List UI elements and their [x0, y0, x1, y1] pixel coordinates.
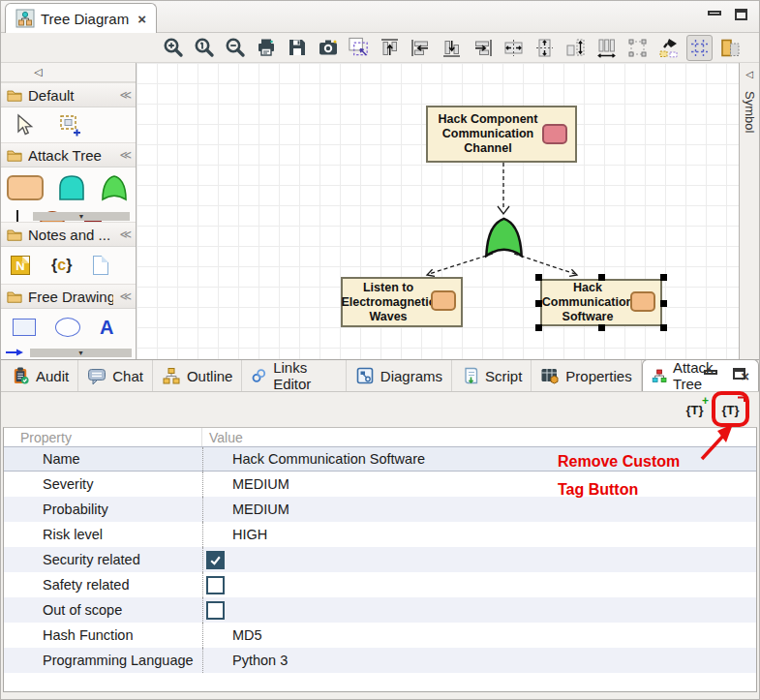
security-related-checkbox[interactable]: [206, 551, 225, 569]
remove-custom-tag-button[interactable]: {T}: [717, 398, 744, 421]
constraint-tool[interactable]: {c}: [51, 257, 72, 274]
pin-icon[interactable]: ≪: [119, 88, 130, 102]
palette-scrollbar[interactable]: ▼: [30, 349, 132, 357]
palette-section-attack-tree[interactable]: Attack Tree ≪: [1, 142, 136, 167]
event-node-tool[interactable]: [7, 175, 44, 200]
selection-handle[interactable]: [535, 274, 542, 281]
screenshot-button[interactable]: [315, 35, 341, 61]
maximize-icon[interactable]: [733, 368, 745, 380]
save-button[interactable]: [284, 35, 310, 61]
palette-collapse-button[interactable]: ◁: [1, 63, 136, 82]
property-cell: Name: [4, 451, 202, 467]
node-hack-component-communication-channel[interactable]: Hack Component Communication Channel: [426, 106, 577, 163]
and-gate-tool[interactable]: [57, 174, 86, 201]
palette-scroll-down[interactable]: ▼: [33, 212, 130, 221]
zoom-out-button[interactable]: [222, 35, 248, 61]
node-badge[interactable]: [542, 124, 567, 144]
table-row[interactable]: Risk level HIGH: [4, 522, 756, 547]
note-tool[interactable]: N: [11, 256, 30, 275]
node-badge[interactable]: [630, 291, 655, 312]
edit-symbol-button[interactable]: [717, 35, 744, 61]
pin-icon[interactable]: ≪: [119, 148, 130, 162]
table-row[interactable]: Safety related: [4, 572, 756, 597]
selection-handle[interactable]: [660, 274, 667, 281]
tab-script[interactable]: Script: [452, 360, 532, 391]
mirror-vertical-button[interactable]: [532, 35, 558, 61]
align-bottom-button[interactable]: [439, 35, 465, 61]
document-tool[interactable]: [93, 256, 108, 275]
out-of-scope-checkbox[interactable]: [206, 601, 225, 620]
zoom-original-button[interactable]: [191, 35, 217, 61]
maximize-icon[interactable]: [735, 9, 747, 20]
resize-area-button[interactable]: [624, 35, 651, 61]
tab-diagrams[interactable]: Diagrams: [347, 360, 452, 391]
tab-links-editor[interactable]: Links Editor: [242, 360, 346, 391]
tab-properties[interactable]: Properties: [532, 360, 641, 391]
selection-handle[interactable]: [598, 324, 605, 331]
value-cell: [202, 597, 756, 623]
select-tool[interactable]: [13, 113, 34, 137]
selection-handle[interactable]: [660, 300, 667, 307]
links-icon: [251, 366, 267, 385]
tree-diagram-icon: [15, 9, 35, 28]
close-icon[interactable]: ×: [137, 11, 146, 27]
palette-section-default[interactable]: Default ≪: [1, 82, 136, 107]
rectangle-tool[interactable]: [13, 319, 36, 336]
safety-related-checkbox[interactable]: [206, 576, 225, 594]
column-header-value[interactable]: Value: [202, 430, 243, 445]
align-left-button[interactable]: [408, 35, 434, 61]
symbol-panel-strip[interactable]: ◁ Symbol: [739, 63, 759, 359]
selection-handle[interactable]: [535, 324, 542, 331]
column-header-property[interactable]: Property: [4, 428, 202, 446]
property-cell: Probability: [4, 502, 202, 517]
connector-tool[interactable]: [16, 210, 18, 222]
add-custom-tag-button[interactable]: {T} +: [682, 398, 708, 421]
minimize-icon[interactable]: [704, 370, 717, 375]
panel-controls: [704, 368, 745, 380]
format-painter-button[interactable]: [655, 35, 682, 61]
marquee-tool[interactable]: [57, 112, 82, 137]
tab-tree-diagram[interactable]: Tree Diagram ×: [5, 3, 157, 33]
properties-icon: [540, 366, 560, 385]
selection-handle[interactable]: [535, 300, 542, 307]
align-top-button[interactable]: [377, 35, 403, 61]
pin-icon[interactable]: ≪: [119, 228, 130, 241]
table-row[interactable]: Security related: [4, 547, 756, 572]
match-size-button[interactable]: [562, 35, 589, 61]
collapse-left-icon[interactable]: ◁: [745, 69, 753, 79]
value-cell[interactable]: HIGH: [202, 522, 756, 547]
node-badge[interactable]: [431, 290, 456, 311]
print-button[interactable]: [253, 35, 279, 61]
arrow-right-icon[interactable]: [5, 348, 26, 357]
diagram-canvas[interactable]: Hack Component Communication Channel Lis…: [137, 63, 739, 359]
tab-audit[interactable]: Audit: [3, 360, 78, 391]
node-listen-to-electromagnetic-waves[interactable]: Listen to Electromagnetic Waves: [341, 277, 463, 327]
ellipse-tool[interactable]: [55, 318, 80, 337]
palette-section-notes[interactable]: Notes and ... ≪: [1, 222, 136, 247]
tab-chat[interactable]: Chat: [78, 360, 153, 391]
minimize-icon[interactable]: [708, 11, 721, 15]
scroll-down-icon: ▼: [78, 213, 85, 220]
node-hack-communication-software[interactable]: Hack Communication Software: [540, 279, 662, 326]
property-cell: Risk level: [4, 527, 202, 542]
selection-handle[interactable]: [598, 274, 605, 281]
table-row[interactable]: Out of scope: [4, 597, 756, 623]
pin-icon[interactable]: ≪: [119, 289, 130, 303]
tab-outline[interactable]: Outline: [153, 360, 243, 391]
table-row[interactable]: Hash Function MD5: [4, 623, 756, 648]
table-row[interactable]: Programming Language Python 3: [4, 648, 756, 673]
value-cell[interactable]: MD5: [202, 623, 756, 648]
zoom-in-button[interactable]: [160, 35, 186, 61]
marquee-select-button[interactable]: [346, 35, 372, 61]
toggle-grid-button[interactable]: [686, 35, 713, 61]
distribute-button[interactable]: [593, 35, 620, 61]
text-tool[interactable]: A: [100, 318, 113, 337]
or-gate-tool[interactable]: [100, 174, 129, 201]
palette-section-free-drawing[interactable]: Free Drawing ≪: [1, 284, 136, 309]
selection-handle[interactable]: [660, 324, 667, 331]
application-window: Tree Diagram ×: [0, 0, 760, 700]
align-right-button[interactable]: [470, 35, 496, 61]
value-cell[interactable]: Python 3: [202, 648, 756, 673]
or-gate[interactable]: [483, 216, 525, 259]
mirror-horizontal-button[interactable]: [501, 35, 527, 61]
